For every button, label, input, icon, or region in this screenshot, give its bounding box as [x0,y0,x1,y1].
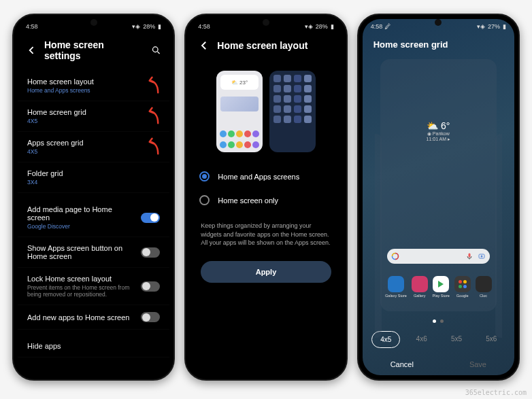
grid-size-options: 4x54x65x55x6 [363,327,514,352]
mic-icon[interactable] [465,252,473,260]
svg-point-4 [480,256,482,258]
toggle-switch[interactable] [141,312,160,322]
preview-card [380,59,497,311]
app-icon [236,131,243,137]
row-subtitle: 4X5 [27,118,160,124]
toggle-switch[interactable] [141,281,160,292]
row-title: Lock Home screen layout [27,275,134,283]
app-shortcut[interactable]: Play Store [433,276,450,298]
row-subtitle: Home and Apps screens [27,87,160,94]
app-icon [273,105,281,113]
page-title: Home screen layout [217,40,307,51]
app-icon [273,75,281,82]
annotation-arrow-icon [145,136,163,158]
app-shortcut[interactable]: Galaxy Store [385,276,407,298]
app-icon [284,105,291,113]
grid-size-button[interactable]: 4x6 [408,331,435,348]
back-icon[interactable] [26,44,37,56]
option-label: Home screen only [218,196,278,205]
settings-row[interactable]: Add new apps to Home screen [18,305,169,330]
app-icon [304,105,312,113]
row-title: Hide apps [27,342,160,350]
app-icon [433,276,449,292]
camera-notch [435,19,442,26]
app-icon [228,141,235,148]
app-icon [294,105,301,113]
app-icon [304,95,312,103]
app-icon [273,85,281,92]
app-label: Play Store [433,294,450,298]
app-label: Gallery [414,294,425,298]
app-shortcut[interactable]: Google [454,276,471,298]
grid-size-button[interactable]: 5x5 [443,331,470,348]
save-button[interactable]: Save [469,360,486,368]
row-hide-apps[interactable]: Hide apps [18,335,169,358]
app-label: Google [456,294,469,298]
app-icon [284,95,291,103]
weather-widget: ⛅ 23° [220,75,259,90]
option-home-only[interactable]: Home screen only [199,188,332,212]
radio-icon [199,195,210,205]
app-icon [294,85,301,92]
search-icon[interactable] [151,45,161,56]
location: ◉ Pankow [427,131,451,137]
app-icon [294,95,301,103]
preview-widget [220,97,259,111]
app-shortcut[interactable]: Cloc [476,276,492,298]
page-indicator [363,315,514,327]
phone-grid: 4:58 🖉 ▾◈ 27% ▮ Home screen grid ⛅ 6° ◉ … [357,14,520,381]
back-icon[interactable] [198,39,210,52]
row-subtitle: Google Discover [27,223,134,230]
app-icon [388,276,404,292]
toggle-switch[interactable] [141,247,160,258]
apply-button[interactable]: Apply [201,261,331,283]
row-title: Show Apps screen button on Home screen [27,244,134,260]
option-home-and-apps[interactable]: Home and Apps screens [199,164,332,188]
app-icon [252,141,259,148]
camera-notch [263,19,269,26]
row-title: Add new apps to Home screen [27,313,134,322]
row-title: Apps screen grid [27,139,160,147]
status-edit-icon: 🖉 [384,23,390,30]
annotation-arrow-icon [145,75,163,97]
app-icon [304,116,312,123]
camera-notch [90,19,97,26]
app-icon [294,75,301,82]
page-title: Home screen grid [363,31,514,55]
battery-pct: 27% [488,23,500,30]
app-icon [284,75,291,82]
row-subtitle: 3X4 [27,179,160,186]
settings-row[interactable]: Apps screen grid4X5 [18,132,169,162]
app-label: Galaxy Store [385,294,407,298]
settings-row[interactable]: Lock Home screen layoutPrevent items on … [18,268,169,305]
wifi-icon: ▾◈ [132,23,140,30]
preview-apps [269,71,316,152]
battery-icon: ▮ [331,23,334,30]
app-icon [273,95,281,103]
settings-row[interactable]: Home screen grid4X5 [18,101,169,132]
toggle-switch[interactable] [141,213,160,223]
app-icon [252,131,259,137]
app-label: Cloc [480,294,487,298]
grid-preview[interactable]: ⛅ 6° ◉ Pankow 11:01 AM ▸ Galaxy StoreGal… [376,59,501,311]
time-sub: 11:01 AM ▸ [427,137,451,142]
row-title: Add media page to Home screen [27,205,134,222]
settings-row[interactable]: Add media page to Home screenGoogle Disc… [18,198,169,237]
status-time: 4:58 [26,23,38,30]
lens-icon[interactable] [478,252,486,260]
cancel-button[interactable]: Cancel [390,360,414,368]
status-time: 4:58 [371,23,383,30]
settings-row[interactable]: Show Apps screen button on Home screen [18,237,169,268]
settings-row[interactable]: Home screen layoutHome and Apps screens [18,71,169,101]
row-subtitle: 4X5 [27,148,160,155]
app-icon [244,131,251,137]
row-subtitle: Prevent items on the Home screen from be… [27,284,134,298]
app-shortcut[interactable]: Gallery [412,276,428,298]
preview-home: ⛅ 23° [216,71,263,152]
google-icon [391,252,399,260]
app-icon [294,116,301,123]
temperature: ⛅ 6° [427,120,451,131]
settings-row[interactable]: Folder grid3X4 [18,162,169,193]
row-title: Home screen grid [27,108,160,116]
google-search-bar[interactable] [387,249,490,264]
